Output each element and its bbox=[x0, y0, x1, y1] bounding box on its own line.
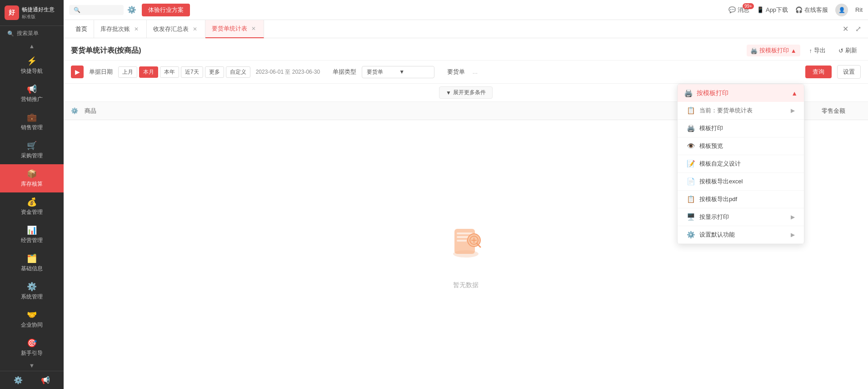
sidebar-item-purchase[interactable]: 🛒 采购管理 bbox=[0, 136, 64, 164]
username-label: Rit bbox=[855, 6, 863, 13]
filter-more-date-btn[interactable]: 更多 bbox=[205, 66, 224, 78]
tabbar: 首页库存批次账✕收发存汇总表✕要货单统计表✕ ✕ ⤢ bbox=[64, 20, 868, 38]
finance-icon: 💰 bbox=[27, 197, 37, 207]
dropdown-submenu-set-default-left: ⚙️ 设置默认功能 bbox=[687, 231, 735, 239]
tab-home[interactable]: 首页 bbox=[69, 20, 94, 38]
col-settings[interactable]: ⚙️ bbox=[71, 107, 85, 114]
messages-btn[interactable]: 💬 消息 99+ bbox=[728, 6, 749, 14]
guide-icon: 🎯 bbox=[27, 338, 37, 348]
sidebar: 好 畅捷通好生意 标准版 🔍 搜索菜单 ▲ ⚡ 快捷导航 📢 营销推广 💼 销售… bbox=[0, 0, 64, 389]
maximize-window-btn[interactable]: ⤢ bbox=[852, 23, 864, 35]
sidebar-item-system[interactable]: ⚙️ 系统管理 bbox=[0, 277, 64, 305]
empty-icon bbox=[443, 220, 489, 274]
sidebar-logo-text: 畅捷通好生意 标准版 bbox=[22, 6, 55, 20]
sidebar-item-marketing[interactable]: 📢 营销推广 bbox=[0, 80, 64, 108]
online-service-btn[interactable]: 🎧 在线客服 bbox=[795, 6, 828, 14]
sidebar-item-operations[interactable]: 📊 经营管理 bbox=[0, 221, 64, 249]
sidebar-item-label-system: 系统管理 bbox=[21, 293, 43, 301]
tab-collection-summary[interactable]: 收发存汇总表✕ bbox=[147, 20, 205, 38]
tab-label-inventory-batch: 库存批次账 bbox=[100, 25, 130, 33]
sidebar-scroll-up[interactable]: ▲ bbox=[0, 41, 64, 51]
dropdown-submenu-set-default[interactable]: ⚙️ 设置默认功能 ▶ bbox=[678, 226, 804, 244]
col-amount: 零售金额 bbox=[806, 107, 861, 115]
basics-icon: 🗂️ bbox=[27, 253, 37, 263]
template-custom-icon: 📝 bbox=[687, 160, 695, 168]
trial-btn[interactable]: 体验行业方案 bbox=[142, 4, 190, 16]
empty-text: 暂无数据 bbox=[453, 281, 479, 289]
topbar: 🔍 ⚙️ 体验行业方案 💬 消息 99+ 📱 App下载 🎧 在线客服 👤 Ri… bbox=[64, 0, 868, 20]
topbar-gear-icon[interactable]: ⚙️ bbox=[127, 5, 136, 14]
page-content: 要货单统计表(按商品) 🖨️ 按模板打印 ▲ ↑ 导出 ↺ 刷新 bbox=[64, 38, 868, 389]
sidebar-item-label-collab: 企业协同 bbox=[21, 321, 43, 329]
sidebar-item-label-guide: 新手引导 bbox=[21, 349, 43, 357]
tab-close-inventory-batch[interactable]: ✕ bbox=[133, 25, 140, 33]
sidebar-item-sales[interactable]: 💼 销售管理 bbox=[0, 108, 64, 136]
topbar-search-input[interactable] bbox=[80, 7, 117, 13]
sidebar-item-collab[interactable]: 🤝 企业协同 bbox=[0, 305, 64, 333]
sidebar-item-finance[interactable]: 💰 资金管理 bbox=[0, 192, 64, 221]
svg-rect-2 bbox=[457, 232, 473, 234]
tab-label-collection-summary: 收发存汇总表 bbox=[153, 25, 189, 33]
dropdown-current-item[interactable]: 📋 当前：要货单统计表 ▶ bbox=[678, 102, 804, 120]
dropdown-submenu-display-print[interactable]: 🖥️ 按显示打印 ▶ bbox=[678, 208, 804, 226]
marketing-icon: 📢 bbox=[27, 84, 37, 94]
sidebar-item-guide[interactable]: 🎯 新手引导 bbox=[0, 333, 64, 360]
topbar-search-icon: 🔍 bbox=[74, 7, 80, 13]
settings-btn[interactable]: 设置 bbox=[837, 65, 861, 79]
dropdown-header[interactable]: 🖨️ 按模板打印 ▲ bbox=[678, 84, 804, 102]
user-avatar[interactable]: 👤 bbox=[835, 4, 848, 16]
close-window-btn[interactable]: ✕ bbox=[839, 23, 852, 35]
dropdown-item-template-custom[interactable]: 📝 模板自定义设计 bbox=[678, 155, 804, 173]
expand-more-btn[interactable]: ▼ 展开更多条件 bbox=[439, 86, 493, 99]
set-default-icon: ⚙️ bbox=[687, 231, 695, 239]
dropdown-submenu-display-print-left: 🖥️ 按显示打印 bbox=[687, 213, 729, 221]
sidebar-search[interactable]: 🔍 搜索菜单 bbox=[0, 26, 64, 41]
tab-order-stats[interactable]: 要货单统计表✕ bbox=[205, 20, 264, 38]
filter-current-year-btn[interactable]: 本年 bbox=[160, 66, 179, 78]
page-header: 要货单统计表(按商品) 🖨️ 按模板打印 ▲ ↑ 导出 ↺ 刷新 bbox=[64, 38, 868, 61]
export-excel-icon: 📄 bbox=[687, 177, 695, 186]
dropdown-current-arrow: ▶ bbox=[791, 107, 795, 114]
dropdown-item-template-print[interactable]: 🖨️ 模板打印 bbox=[678, 120, 804, 137]
dropdown-item-export-excel[interactable]: 📄 按模板导出excel bbox=[678, 173, 804, 191]
app-download-btn[interactable]: 📱 App下载 bbox=[757, 6, 788, 14]
refresh-icon: ↺ bbox=[838, 47, 843, 54]
settings-icon[interactable]: ⚙️ bbox=[14, 376, 23, 384]
refresh-btn[interactable]: ↺ 刷新 bbox=[835, 45, 861, 56]
filter-type-select[interactable]: 要货单 ▼ bbox=[362, 66, 434, 78]
set-default-arrow: ▶ bbox=[791, 232, 795, 238]
query-btn[interactable]: 查询 bbox=[805, 66, 832, 78]
sidebar-item-inventory[interactable]: 📦 库存核算 bbox=[0, 164, 64, 192]
dropdown-print-icon: 🖨️ bbox=[684, 89, 693, 97]
tab-close-order-stats[interactable]: ✕ bbox=[250, 25, 257, 32]
sidebar-scroll-down[interactable]: ▼ bbox=[0, 360, 64, 371]
dropdown-item-template-preview[interactable]: 👁️ 模板预览 bbox=[678, 137, 804, 155]
filter-row: ▶ 单据日期 上月 本月 本年 近7天 更多 自定义 2023-06-01 至 … bbox=[64, 61, 868, 84]
sidebar-item-label-basics: 基础信息 bbox=[21, 265, 43, 273]
tab-inventory-batch[interactable]: 库存批次账✕ bbox=[94, 20, 147, 38]
filter-last7-btn[interactable]: 近7天 bbox=[181, 66, 203, 78]
dropdown-current-left: 📋 当前：要货单统计表 bbox=[687, 106, 753, 115]
tab-label-home: 首页 bbox=[75, 25, 87, 33]
export-btn[interactable]: ↑ 导出 bbox=[806, 45, 830, 56]
tab-close-collection-summary[interactable]: ✕ bbox=[191, 25, 199, 33]
sidebar-item-label-quick-nav: 快捷导航 bbox=[21, 67, 43, 75]
display-print-icon: 🖥️ bbox=[687, 213, 695, 221]
filter-current-month-btn[interactable]: 本月 bbox=[139, 66, 158, 78]
filter-custom-btn[interactable]: 自定义 bbox=[226, 66, 250, 78]
filter-goods-more-icon: … bbox=[472, 69, 478, 75]
dropdown-item-export-pdf[interactable]: 📋 按模板导出pdf bbox=[678, 191, 804, 208]
filter-prev-month-btn[interactable]: 上月 bbox=[118, 66, 137, 78]
chevron-up-icon: ▲ bbox=[791, 47, 797, 54]
print-icon: 🖨️ bbox=[750, 47, 758, 54]
sidebar-item-basics[interactable]: 🗂️ 基础信息 bbox=[0, 249, 64, 277]
print-template-btn[interactable]: 🖨️ 按模板打印 ▲ bbox=[747, 45, 800, 56]
filter-expand-btn[interactable]: ▶ bbox=[71, 66, 84, 78]
dropdown-close-arrow[interactable]: ▲ bbox=[791, 90, 798, 97]
speaker-icon[interactable]: 📢 bbox=[41, 376, 50, 384]
phone-icon: 📱 bbox=[757, 6, 764, 13]
sidebar-item-quick-nav[interactable]: ⚡ 快捷导航 bbox=[0, 51, 64, 80]
filter-goods-label: 要货单 bbox=[447, 68, 465, 76]
topbar-search-wrap[interactable]: 🔍 bbox=[69, 5, 124, 15]
main-content: 🔍 ⚙️ 体验行业方案 💬 消息 99+ 📱 App下载 🎧 在线客服 👤 Ri… bbox=[64, 0, 868, 389]
